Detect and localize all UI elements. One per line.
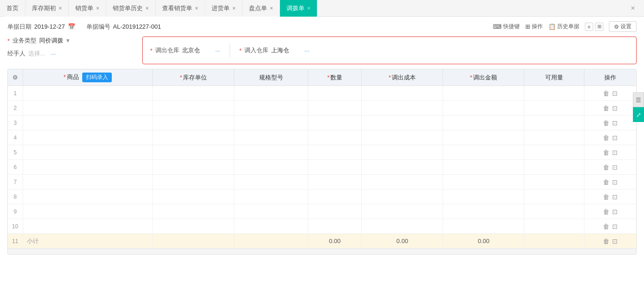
row-cost[interactable] [362,116,443,130]
row-available[interactable] [524,160,584,175]
tab-sales-order-close[interactable]: × [96,5,99,12]
copy-row-icon[interactable]: ⊡ [612,193,618,201]
date-value[interactable]: 2019-12-27 [34,23,65,30]
delete-row-icon[interactable]: 🗑 [603,223,609,230]
tab-transfer-order[interactable]: 调拨单 × [280,0,317,17]
row-amount[interactable] [443,219,524,234]
scan-button[interactable]: 扫码录入 [82,73,112,82]
tab-inventory-init-close[interactable]: × [59,5,62,12]
row-spec[interactable] [234,145,308,160]
copy-row-icon[interactable]: ⊡ [612,178,618,186]
copy-row-icon[interactable]: ⊡ [612,164,618,171]
row-amount[interactable] [443,116,524,130]
row-amount[interactable] [443,160,524,175]
table-scroll[interactable]: ⚙ *商品 扫码录入 *库存单位 规格型号 *数量 * [8,69,636,249]
row-product[interactable] [23,101,153,116]
row-available[interactable] [524,219,584,234]
row-quantity[interactable] [308,130,362,145]
handler-placeholder[interactable]: 选择... [28,49,45,58]
row-spec[interactable] [234,160,308,175]
row-amount[interactable] [443,204,524,219]
tab-inventory-check[interactable]: 盘点单 × [243,0,280,17]
copy-row-icon[interactable]: ⊡ [612,208,618,215]
delete-icon[interactable]: 🗑 [603,238,609,245]
row-cost[interactable] [362,204,443,219]
row-available[interactable] [524,130,584,145]
row-unit[interactable] [153,101,234,116]
side-expand-icon[interactable]: ⤢ [633,107,644,122]
layout-grid-icon[interactable]: ⊞ [595,23,603,31]
transfer-in-more-icon[interactable]: ··· [304,47,310,54]
row-cost[interactable] [362,86,443,101]
row-quantity[interactable] [308,204,362,219]
row-available[interactable] [524,175,584,189]
row-amount[interactable] [443,130,524,145]
row-product[interactable] [23,175,153,189]
delete-row-icon[interactable]: 🗑 [603,164,609,171]
row-amount[interactable] [443,101,524,116]
delete-row-icon[interactable]: 🗑 [603,104,609,112]
tab-view-sales-close[interactable]: × [195,5,198,12]
row-spec[interactable] [234,204,308,219]
row-cost[interactable] [362,145,443,160]
delete-row-icon[interactable]: 🗑 [603,119,609,127]
row-spec[interactable] [234,189,308,204]
row-quantity[interactable] [308,160,362,175]
setting-button[interactable]: ⚙ 设置 [609,21,637,32]
business-type-select[interactable]: 同价调拨 ▼ [39,37,71,45]
row-cost[interactable] [362,219,443,234]
transfer-in-value[interactable]: 上海仓 [271,46,299,55]
row-cost[interactable] [362,189,443,204]
tab-view-sales[interactable]: 查看销货单 × [156,0,205,17]
row-spec[interactable] [234,101,308,116]
row-spec[interactable] [234,116,308,130]
operations-button[interactable]: ⊞ 操作 [525,23,543,31]
copy-row-icon[interactable]: ⊡ [612,134,618,141]
tab-sales-history-close[interactable]: × [146,5,149,12]
row-unit[interactable] [153,175,234,189]
delete-row-icon[interactable]: 🗑 [603,149,609,156]
transfer-out-more-icon[interactable]: ··· [215,47,220,54]
copy-row-icon[interactable]: ⊡ [612,223,618,230]
row-product[interactable] [23,160,153,175]
side-list-icon[interactable]: ☰ [633,92,644,107]
row-product[interactable] [23,86,153,101]
row-quantity[interactable] [308,145,362,160]
row-product[interactable] [23,204,153,219]
table-horizontal-scrollbar[interactable] [8,249,636,254]
row-cost[interactable] [362,101,443,116]
tab-sales-history[interactable]: 销货单历史 × [106,0,156,17]
row-product[interactable] [23,145,153,160]
row-quantity[interactable] [308,189,362,204]
row-unit[interactable] [153,86,234,101]
history-button[interactable]: 📋 历史单据 [548,23,579,31]
delete-row-icon[interactable]: 🗑 [603,134,609,141]
row-available[interactable] [524,101,584,116]
tab-inventory-check-close[interactable]: × [270,5,273,12]
row-cost[interactable] [362,130,443,145]
delete-row-icon[interactable]: 🗑 [603,90,609,97]
row-product[interactable] [23,130,153,145]
delete-row-icon[interactable]: 🗑 [603,208,609,215]
row-product[interactable] [23,219,153,234]
tab-purchase-order[interactable]: 进货单 × [205,0,243,17]
delete-row-icon[interactable]: 🗑 [603,193,609,201]
tab-purchase-order-close[interactable]: × [232,5,236,12]
row-unit[interactable] [153,189,234,204]
row-quantity[interactable] [308,86,362,101]
row-available[interactable] [524,204,584,219]
tab-transfer-order-close[interactable]: × [307,5,310,12]
row-amount[interactable] [443,189,524,204]
row-unit[interactable] [153,116,234,130]
copy-row-icon[interactable]: ⊡ [612,149,618,156]
row-amount[interactable] [443,86,524,101]
row-spec[interactable] [234,175,308,189]
transfer-out-value[interactable]: 北京仓 [182,46,210,55]
copy-row-icon[interactable]: ⊡ [612,104,618,112]
copy-row-icon[interactable]: ⊡ [612,119,618,127]
row-available[interactable] [524,189,584,204]
row-available[interactable] [524,86,584,101]
row-unit[interactable] [153,145,234,160]
delete-row-icon[interactable]: 🗑 [603,178,609,186]
row-product[interactable] [23,116,153,130]
